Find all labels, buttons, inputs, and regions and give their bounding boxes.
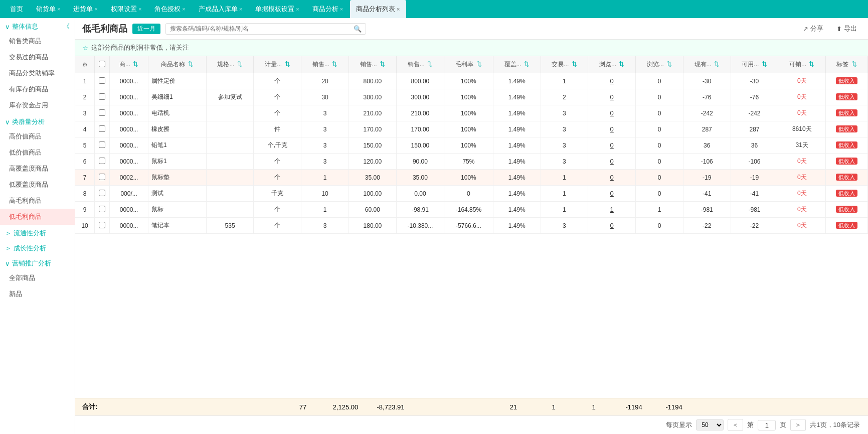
view1-link-4[interactable]: 0 xyxy=(610,141,614,149)
sidebar-group-circulation[interactable]: ＞ 流通性分析 xyxy=(0,225,75,240)
row-checkbox-5[interactable] xyxy=(99,158,105,164)
search-box[interactable]: 🔍 xyxy=(165,23,366,35)
nav-item-role[interactable]: 角色授权 × xyxy=(148,0,191,18)
close-icon-role[interactable]: × xyxy=(182,6,185,12)
sidebar-item-all-goods[interactable]: 全部商品 xyxy=(0,270,75,286)
view1-link-2[interactable]: 0 xyxy=(610,109,614,117)
view1-link-9[interactable]: 0 xyxy=(610,222,614,229)
col-tag[interactable]: 标签 ⇅ xyxy=(826,56,868,73)
cell-checkbox-8[interactable] xyxy=(95,202,110,218)
sidebar-item-high-value[interactable]: 高价值商品 xyxy=(0,128,75,144)
cell-checkbox-5[interactable] xyxy=(95,154,110,170)
col-coverage[interactable]: 覆盖... ⇅ xyxy=(493,56,541,73)
col-settings[interactable]: ⚙ xyxy=(75,56,95,73)
row-checkbox-3[interactable] xyxy=(99,125,105,132)
close-icon-analysis-list[interactable]: × xyxy=(397,6,400,12)
nav-item-home[interactable]: 首页 xyxy=(4,0,29,18)
cell-checkbox-0[interactable] xyxy=(95,73,110,89)
page-number-input[interactable] xyxy=(758,420,776,430)
view1-link-1[interactable]: 0 xyxy=(610,93,614,101)
row-checkbox-2[interactable] xyxy=(99,109,105,116)
cell-checkbox-3[interactable] xyxy=(95,121,110,137)
col-gross-margin[interactable]: 毛利率 ⇅ xyxy=(444,56,493,73)
search-input[interactable] xyxy=(170,25,354,32)
share-button[interactable]: ↗ 分享 xyxy=(799,22,827,35)
page-size-select[interactable]: 50 100 200 xyxy=(696,419,724,430)
col-sales-qty[interactable]: 销售... ⇅ xyxy=(301,56,349,73)
select-all-checkbox[interactable] xyxy=(99,61,105,67)
row-checkbox-9[interactable] xyxy=(99,222,105,228)
col-view1[interactable]: 浏览... ⇅ xyxy=(588,56,636,73)
col-saleable[interactable]: 可销... ⇅ xyxy=(778,56,826,73)
date-tag-button[interactable]: 近一月 xyxy=(132,24,160,34)
col-sales-amt[interactable]: 销售... ⇅ xyxy=(349,56,397,73)
col-unit[interactable]: 计量... ⇅ xyxy=(254,56,301,73)
row-checkbox-6[interactable] xyxy=(99,174,105,180)
cell-view1-3[interactable]: 0 xyxy=(588,121,636,137)
sidebar-item-new-goods[interactable]: 新品 xyxy=(0,286,75,302)
sidebar-item-low-value[interactable]: 低价值商品 xyxy=(0,144,75,161)
sidebar-item-capital[interactable]: 库存资金占用 xyxy=(0,97,75,113)
cell-view1-4[interactable]: 0 xyxy=(588,137,636,154)
sidebar-item-stock-goods[interactable]: 有库存的商品 xyxy=(0,81,75,97)
close-icon-purchase[interactable]: × xyxy=(94,6,97,12)
nav-item-permission[interactable]: 权限设置 × xyxy=(105,0,147,18)
nav-item-analysis-list[interactable]: 商品分析列表 × xyxy=(350,0,406,18)
nav-item-product-analysis[interactable]: 商品分析 × xyxy=(306,0,349,18)
view1-link-3[interactable]: 0 xyxy=(610,125,614,133)
cell-checkbox-4[interactable] xyxy=(95,137,110,154)
row-checkbox-4[interactable] xyxy=(99,141,105,148)
cell-view1-2[interactable]: 0 xyxy=(588,105,636,121)
cell-checkbox-7[interactable] xyxy=(95,186,110,202)
cell-checkbox-6[interactable] xyxy=(95,170,110,186)
col-trans[interactable]: 交易... ⇅ xyxy=(541,56,588,73)
cell-view1-8[interactable]: 1 xyxy=(588,202,636,218)
sidebar-item-low-margin[interactable]: 低毛利商品 xyxy=(0,209,75,225)
cell-view1-9[interactable]: 0 xyxy=(588,218,636,234)
search-icon[interactable]: 🔍 xyxy=(354,25,362,33)
export-button[interactable]: ⬆ 导出 xyxy=(832,22,861,35)
cell-view1-0[interactable]: 0 xyxy=(588,73,636,89)
cell-view1-6[interactable]: 0 xyxy=(588,170,636,186)
view1-link-8[interactable]: 1 xyxy=(610,206,614,213)
row-checkbox-0[interactable] xyxy=(99,77,105,84)
cell-view1-5[interactable]: 0 xyxy=(588,154,636,170)
close-icon-template[interactable]: × xyxy=(296,6,299,12)
row-checkbox-7[interactable] xyxy=(99,190,105,196)
table-container[interactable]: ⚙ 商... ⇅ 商品名称 ⇅ 规格... ⇅ 计量... ⇅ 销售... ⇅ … xyxy=(75,56,868,398)
cell-checkbox-9[interactable] xyxy=(95,218,110,234)
row-checkbox-1[interactable] xyxy=(99,93,105,100)
col-code[interactable]: 商... ⇅ xyxy=(110,56,148,73)
prev-page-button[interactable]: ＜ xyxy=(728,419,743,431)
row-checkbox-8[interactable] xyxy=(99,206,105,212)
view1-link-0[interactable]: 0 xyxy=(610,77,614,85)
sidebar-group-overview[interactable]: ∨ 整体信息 《 xyxy=(0,18,75,33)
close-icon-product-analysis[interactable]: × xyxy=(340,6,343,12)
sidebar-group-cluster[interactable]: ∨ 类群量分析 xyxy=(0,113,75,128)
sidebar-group-growth[interactable]: ＞ 成长性分析 xyxy=(0,240,75,255)
col-available[interactable]: 可用... ⇅ xyxy=(731,56,778,73)
sidebar-item-category-rate[interactable]: 商品分类助销率 xyxy=(0,65,75,81)
cell-checkbox-2[interactable] xyxy=(95,105,110,121)
sidebar-item-high-coverage[interactable]: 高覆盖度商品 xyxy=(0,161,75,177)
close-icon-product-entry[interactable]: × xyxy=(239,6,242,12)
col-view2[interactable]: 浏览... ⇅ xyxy=(636,56,683,73)
col-current-stock[interactable]: 现有... ⇅ xyxy=(683,56,731,73)
nav-item-sales[interactable]: 销货单 × xyxy=(30,0,66,18)
view1-link-6[interactable]: 0 xyxy=(610,174,614,181)
sidebar-item-sales-goods[interactable]: 销售类商品 xyxy=(0,33,75,49)
sidebar-group-marketing[interactable]: ∨ 营销推广分析 xyxy=(0,255,75,270)
cell-view1-1[interactable]: 0 xyxy=(588,89,636,105)
close-icon-permission[interactable]: × xyxy=(138,6,141,12)
col-name[interactable]: 商品名称 ⇅ xyxy=(148,56,207,73)
nav-item-template[interactable]: 单据模板设置 × xyxy=(249,0,305,18)
col-checkbox-all[interactable] xyxy=(95,56,110,73)
nav-item-purchase[interactable]: 进货单 × xyxy=(67,0,103,18)
col-sales-profit[interactable]: 销售... ⇅ xyxy=(396,56,444,73)
col-spec[interactable]: 规格... ⇅ xyxy=(206,56,254,73)
sidebar-item-traded-goods[interactable]: 交易过的商品 xyxy=(0,49,75,65)
view1-link-7[interactable]: 0 xyxy=(610,190,614,197)
nav-item-product-entry[interactable]: 产成品入库单 × xyxy=(193,0,248,18)
cell-view1-7[interactable]: 0 xyxy=(588,186,636,202)
sidebar-item-high-margin[interactable]: 高毛利商品 xyxy=(0,193,75,209)
